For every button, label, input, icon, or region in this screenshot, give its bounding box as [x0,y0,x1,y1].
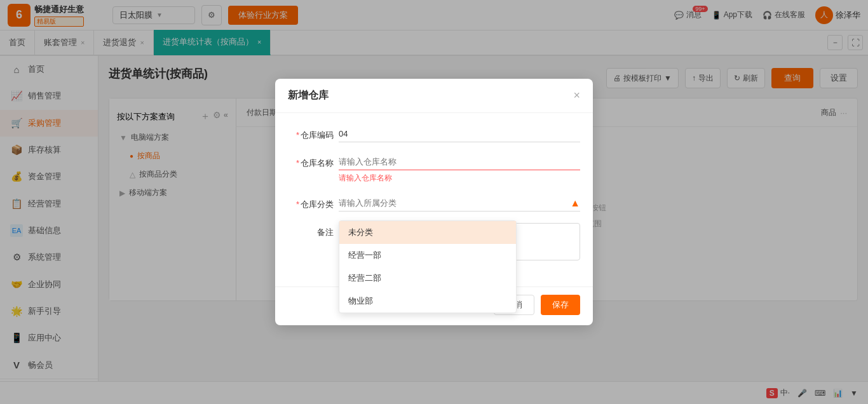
warehouse-name-label: *仓库名称 [288,154,339,169]
modal-overlay: 新增仓库 × *仓库编码 *仓库名称 请输入仓库名称 [0,0,868,404]
category-input-wrapper: ▲ [339,195,580,212]
warehouse-name-input[interactable] [339,154,580,170]
warehouse-name-error: 请输入仓库名称 [339,173,580,184]
warehouse-name-wrap: 请输入仓库名称 [339,154,580,184]
category-dropdown: 未分类 经营一部 经营二部 物业部 [339,220,517,313]
new-warehouse-dialog: 新增仓库 × *仓库编码 *仓库名称 请输入仓库名称 [275,79,593,325]
dropdown-item-3[interactable]: 物业部 [339,290,516,313]
dropdown-item-2[interactable]: 经营二部 [339,267,516,290]
dialog-header: 新增仓库 × [275,79,593,113]
warehouse-code-input[interactable] [339,126,580,142]
warehouse-category-label: *仓库分类 [288,195,339,210]
form-row-name: *仓库名称 请输入仓库名称 [288,154,580,184]
required-star-name: * [296,158,299,168]
warehouse-category-input[interactable] [339,195,570,211]
dialog-body: *仓库编码 *仓库名称 请输入仓库名称 *仓库分类 [275,113,593,286]
warehouse-category-wrap: ▲ 未分类 经营一部 经营二部 物业部 [339,195,580,212]
dropdown-item-1[interactable]: 经营一部 [339,244,516,267]
form-row-category: *仓库分类 ▲ 未分类 经营一部 经营二部 物业部 [288,195,580,212]
category-toggle-icon[interactable]: ▲ [570,198,580,209]
save-button[interactable]: 保存 [541,295,580,315]
warehouse-code-wrap [339,126,580,142]
notes-label: 备注 [288,223,339,238]
dropdown-item-0[interactable]: 未分类 [339,221,516,244]
form-row-code: *仓库编码 [288,126,580,142]
required-star-code: * [296,130,299,140]
required-star-category: * [296,199,299,209]
dialog-close-button[interactable]: × [573,89,580,102]
dialog-title: 新增仓库 [288,89,329,102]
warehouse-code-label: *仓库编码 [288,126,339,141]
